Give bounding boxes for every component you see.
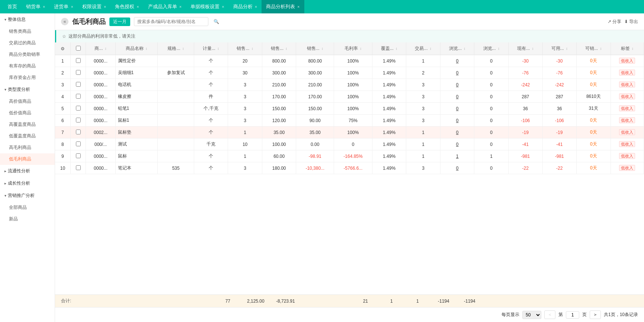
th-settings[interactable]: ⚙ [55,42,70,55]
td-checkbox[interactable] [70,67,86,79]
sidebar-item-low-coverage[interactable]: 低覆盖度商品 [0,130,55,142]
td-view1[interactable]: 0 [440,127,474,138]
row-checkbox[interactable] [76,82,81,87]
nav-item-sales[interactable]: 销货单 × [22,0,49,13]
sidebar-item-sales-goods[interactable]: 销售类商品 [0,26,55,37]
row-checkbox[interactable] [76,94,81,99]
td-checkbox[interactable] [70,79,86,91]
sidebar-item-low-value[interactable]: 低价值商品 [0,107,55,119]
sidebar-item-category-rate[interactable]: 商品分类助销率 [0,49,55,60]
nav-item-roles[interactable]: 角色授权 × [110,0,143,13]
next-page-button[interactable]: ＞ [590,310,601,319]
td-view1[interactable]: 0 [440,103,474,115]
nav-close-analysis[interactable]: × [255,4,257,9]
td-gross-rate: 75% [334,115,372,127]
td-trade: 1 [406,138,440,150]
sidebar-item-high-coverage[interactable]: 高覆盖度商品 [0,119,55,130]
sidebar-item-high-margin[interactable]: 高毛利商品 [0,142,55,153]
row-checkbox[interactable] [76,58,81,63]
nav-close-products[interactable]: × [179,4,182,9]
page-input[interactable] [566,311,579,319]
sidebar-item-traded-goods[interactable]: 交易过的商品 [0,37,55,49]
td-view1[interactable]: 0 [440,162,474,174]
td-checkbox[interactable] [70,162,86,174]
nav-item-analysis[interactable]: 商品分析 × [229,0,262,13]
td-view1[interactable]: 0 [440,79,474,91]
search-input[interactable] [134,17,208,26]
sidebar-group-flow-label: 流通性分析 [8,168,30,174]
td-view1[interactable]: 0 [440,91,474,103]
td-checkbox[interactable] [70,127,86,138]
per-page-select[interactable]: 50 100 200 [522,311,541,319]
td-salable: 0天 [577,79,611,91]
td-name: 属性定价 [115,55,158,67]
td-name: 测试 [115,138,158,150]
sidebar-item-inventory-capital[interactable]: 库存资金占用 [0,72,55,83]
nav-item-purchase[interactable]: 进货单 × [49,0,77,13]
row-checkbox[interactable] [76,130,81,134]
select-all-checkbox[interactable] [76,46,81,51]
td-checkbox[interactable] [70,103,86,115]
td-view1[interactable]: 0 [440,55,474,67]
sidebar-group-growth[interactable]: ▸ 成长性分析 [0,177,55,189]
td-checkbox[interactable] [70,150,86,162]
td-gross-rate: 100% [334,55,372,67]
sidebar-group-overview[interactable]: ▾ 整体信息 [0,13,55,26]
row-checkbox[interactable] [76,70,81,75]
nav-close-template[interactable]: × [222,4,224,9]
td-tag: 低收入 [611,103,644,115]
filter-button[interactable]: 近一月 [109,17,130,26]
td-name: 吴细细1 [115,67,158,79]
nav-close-purchase[interactable]: × [71,4,73,9]
nav-close-sales[interactable]: × [43,4,45,9]
row-checkbox[interactable] [76,165,81,170]
arrow-icon-5: ▾ [4,194,6,198]
td-spec [158,79,194,91]
td-view1[interactable]: 1 [440,150,474,162]
sidebar-item-inventory-goods[interactable]: 有库存的商品 [0,60,55,72]
nav-item-products[interactable]: 产成品入库单 × [144,0,186,13]
nav-item-permissions[interactable]: 权限设置 × [78,0,110,13]
td-cover: 1.49% [372,115,406,127]
row-checkbox[interactable] [76,153,81,158]
row-checkbox[interactable] [76,141,81,146]
td-view1[interactable]: 0 [440,138,474,150]
nav-item-home[interactable]: 首页 [3,0,22,13]
td-no: 7 [55,127,70,138]
td-qty: 20 [228,55,262,67]
td-checkbox[interactable] [70,138,86,150]
footer-view1: 1 [378,299,404,304]
nav-item-template[interactable]: 单据模板设置 × [186,0,228,13]
nav-close-analysis-list[interactable]: × [297,4,299,9]
nav-close-permissions[interactable]: × [104,4,106,9]
export-button[interactable]: ⬇ 导出 [624,19,638,25]
th-checkbox[interactable] [70,42,86,55]
row-checkbox[interactable] [76,106,81,111]
sidebar-item-low-margin[interactable]: 低毛利商品 [0,153,55,165]
td-checkbox[interactable] [70,55,86,67]
th-code: 商... ↕ [86,42,115,55]
share-button[interactable]: ↗ 分享 [608,19,621,25]
nav-close-roles[interactable]: × [137,4,139,9]
td-checkbox[interactable] [70,91,86,103]
td-salable: 0天 [577,150,611,162]
table-row: 6 0000... 鼠标1 个 3 120.00 90.00 75% 1.49%… [55,115,644,127]
row-checkbox[interactable] [76,118,81,122]
search-icon[interactable]: 🔍 [214,19,219,24]
td-price: 120.00 [262,115,296,127]
td-view1[interactable]: 0 [440,115,474,127]
sidebar-item-new-goods[interactable]: 新品 [0,213,55,225]
prev-page-button[interactable]: ＜ [544,310,555,319]
sidebar-item-all-goods[interactable]: 全部商品 [0,202,55,213]
sidebar-collapse-button[interactable]: « [61,18,68,25]
table-header-row: ⚙ 商... ↕ 商品名称 ↕ 规格... ↕ 计量... ↕ 销售... ↕ … [55,42,644,55]
sidebar-group-type[interactable]: ▾ 类型度分析 [0,83,55,96]
td-code: 0000... [86,67,115,79]
sidebar-item-high-value[interactable]: 高价值商品 [0,96,55,107]
nav-item-analysis-list[interactable]: 商品分析列表 × [262,0,304,13]
td-name: 鼠标垫 [115,127,158,138]
td-view1[interactable]: 0 [440,67,474,79]
sidebar-group-flow[interactable]: ▸ 流通性分析 [0,165,55,177]
td-checkbox[interactable] [70,115,86,127]
sidebar-group-marketing[interactable]: ▾ 营销推广分析 [0,189,55,202]
